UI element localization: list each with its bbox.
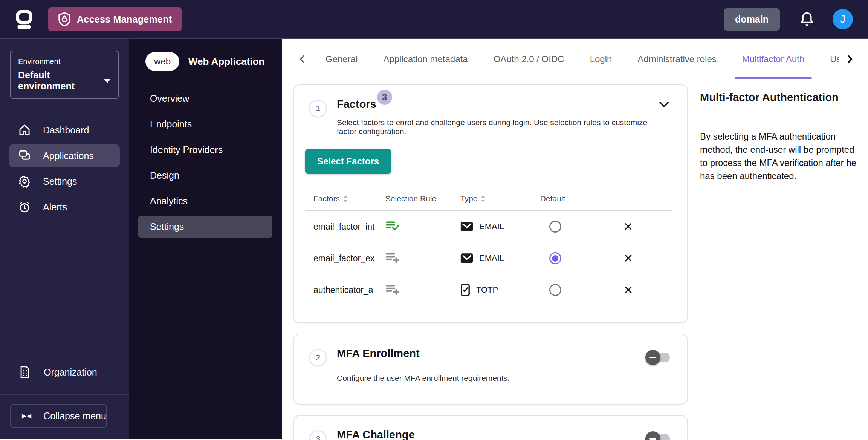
mfa-enrollment-title: MFA Enrollment: [337, 347, 420, 360]
collapse-menu-label: Collapse menu: [43, 411, 106, 422]
sidebar-item-label: Organization: [44, 367, 97, 378]
select-factors-button[interactable]: Select Factors: [305, 149, 391, 174]
mfa-challenge-title: MFA Challenge: [337, 429, 415, 440]
sidebar-item-label: Alerts: [43, 202, 67, 213]
tabs-strip: General Application metadata OAuth 2.0 /…: [313, 39, 868, 79]
remove-factor-icon[interactable]: ✕: [613, 284, 633, 297]
access-management-badge[interactable]: Access Management: [48, 7, 182, 31]
email-icon: [460, 253, 473, 264]
appnav-item-endpoints[interactable]: Endpoints: [138, 113, 272, 135]
appnav-item-label: Settings: [150, 221, 184, 232]
application-header: web Web Application: [129, 52, 282, 71]
collapse-icon: ▶◀: [22, 412, 32, 419]
appnav-item-design[interactable]: Design: [138, 164, 272, 186]
application-sidebar: web Web Application Overview Endpoints I…: [129, 39, 282, 439]
step-number: 3: [309, 430, 327, 440]
appnav-item-label: Overview: [150, 93, 189, 104]
primary-sidebar: Environment Default environment Dashboar…: [0, 39, 129, 439]
main-content: General Application metadata OAuth 2.0 /…: [282, 39, 868, 439]
sidebar-item-applications[interactable]: Applications: [9, 144, 120, 167]
collapse-menu-button[interactable]: ▶◀ Collapse menu: [10, 404, 107, 428]
domain-button[interactable]: domain: [724, 8, 780, 31]
app-name: Web Application: [188, 56, 264, 67]
mfa-enrollment-card: 2 MFA Enrollment Configure the user MFA …: [293, 334, 688, 405]
gravitee-logo: [15, 8, 33, 30]
environment-label: Environment: [18, 57, 111, 66]
appnav-item-analytics[interactable]: Analytics: [138, 190, 272, 212]
tab-login[interactable]: Login: [577, 39, 625, 79]
help-panel: Multi-factor Authentication By selecting…: [700, 84, 868, 440]
tab-multifactor-auth[interactable]: Multifactor Auth: [729, 39, 817, 79]
topbar: Access Management domain J: [0, 0, 868, 39]
environment-selector[interactable]: Environment Default environment: [10, 51, 119, 99]
appnav-item-label: Identity Providers: [150, 144, 223, 155]
factor-row: email_factor_ex: [305, 242, 672, 274]
sidebar-item-label: Dashboard: [43, 125, 89, 136]
tab-label: Application metadata: [383, 54, 468, 64]
sort-icon: [480, 195, 486, 203]
email-icon: [460, 221, 473, 232]
factors-table: Factors Selection Rule: [305, 189, 672, 306]
column-header-selection-rule: Selection Rule: [385, 189, 460, 210]
tab-label: Administrative roles: [637, 54, 716, 64]
column-header-factors[interactable]: Factors: [305, 189, 385, 210]
tabs-scroll-left[interactable]: [292, 39, 313, 79]
help-panel-description: By selecting a MFA authentication method…: [700, 130, 860, 182]
chevron-down-icon: [104, 79, 111, 83]
app-type-pill: web: [145, 52, 179, 71]
sidebar-item-organization[interactable]: Organization: [0, 350, 129, 394]
factor-name: email_factor_int: [313, 222, 380, 232]
remove-factor-icon[interactable]: ✕: [613, 220, 633, 233]
avatar[interactable]: J: [833, 9, 853, 29]
column-header-actions: [613, 189, 672, 210]
tab-label: OAuth 2.0 / OIDC: [494, 54, 564, 64]
toggle-thumb-off-icon: [645, 431, 660, 440]
totp-icon: [460, 284, 470, 296]
default-radio[interactable]: [549, 284, 561, 296]
tab-general[interactable]: General: [313, 39, 370, 79]
appnav-item-label: Analytics: [150, 196, 188, 207]
factors-description: Select factors to enrol and challenge us…: [337, 118, 656, 136]
default-radio[interactable]: [549, 252, 561, 264]
factor-name: authenticator_a: [313, 285, 380, 295]
factor-row: email_factor_int: [305, 210, 672, 242]
tabs-scroll-right[interactable]: [839, 39, 860, 79]
factor-name: email_factor_ex: [313, 253, 380, 264]
tab-administrative-roles[interactable]: Administrative roles: [625, 39, 729, 79]
playlist-add-icon[interactable]: [385, 251, 400, 264]
help-panel-title: Multi-factor Authentication: [700, 91, 860, 104]
factors-count-badge: 3: [377, 90, 392, 105]
factor-type: TOTP: [476, 285, 498, 295]
sidebar-item-settings[interactable]: Settings: [9, 170, 120, 193]
mfa-challenge-toggle[interactable]: [646, 434, 670, 440]
applications-icon: [18, 149, 31, 162]
appnav-item-overview[interactable]: Overview: [138, 87, 272, 109]
sidebar-item-label: Settings: [43, 176, 77, 187]
tab-oauth-oidc[interactable]: OAuth 2.0 / OIDC: [481, 39, 577, 79]
playlist-check-icon[interactable]: [385, 220, 400, 232]
mfa-challenge-card: 3 MFA Challenge Once enrolled, users wil…: [293, 415, 688, 440]
factors-title: Factors 3: [337, 98, 376, 110]
default-radio[interactable]: [549, 221, 561, 233]
remove-factor-icon[interactable]: ✕: [613, 252, 633, 265]
playlist-add-icon[interactable]: [385, 283, 400, 295]
column-header-default: Default: [540, 189, 614, 210]
help-panel-divider: [700, 115, 860, 115]
home-icon: [18, 124, 31, 136]
bell-icon[interactable]: [799, 11, 815, 28]
appnav-item-settings[interactable]: Settings: [138, 216, 272, 238]
tab-label: Login: [590, 54, 612, 64]
appnav-item-identity-providers[interactable]: Identity Providers: [138, 139, 272, 161]
sidebar-item-alerts[interactable]: Alerts: [9, 196, 120, 218]
appnav-item-label: Design: [150, 170, 179, 181]
column-header-type[interactable]: Type: [460, 189, 540, 210]
factors-card: 1 Factors 3 Select factors to enrol and …: [293, 84, 688, 323]
gear-icon: [18, 175, 31, 188]
factor-type: EMAIL: [479, 222, 504, 231]
tab-application-metadata[interactable]: Application metadata: [370, 39, 480, 79]
sidebar-item-dashboard[interactable]: Dashboard: [9, 119, 120, 141]
product-badge-label: Access Management: [77, 14, 172, 25]
tab-label: Multifactor Auth: [742, 54, 804, 64]
section-collapse-chevron-icon[interactable]: [656, 98, 672, 112]
mfa-enrollment-toggle[interactable]: [646, 353, 670, 362]
